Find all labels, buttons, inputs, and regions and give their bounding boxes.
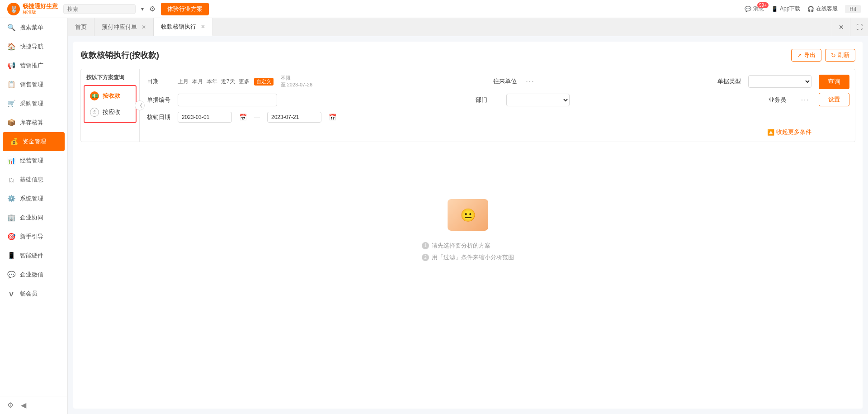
sidebar-item-finance[interactable]: 💰 资金管理: [3, 132, 65, 151]
shortcut-last-month[interactable]: 上月: [178, 78, 189, 86]
writeoff-start-date[interactable]: [178, 112, 232, 123]
search-icon: 🔍: [7, 24, 15, 32]
shortcut-this-year[interactable]: 本年: [207, 78, 217, 86]
sidebar-label-system: 系统管理: [20, 195, 43, 203]
refresh-icon: ↻: [831, 52, 836, 59]
sidebar-item-search[interactable]: 🔍 搜索菜单: [0, 18, 67, 37]
date-dash: —: [254, 114, 260, 121]
sidebar-label-operations: 经营管理: [20, 157, 43, 165]
sidebar-item-purchase[interactable]: 🛒 采购管理: [0, 94, 67, 113]
counterpart-dots[interactable]: ···: [524, 77, 536, 86]
tab-receipt[interactable]: 收款核销执行 ✕: [154, 18, 213, 36]
calendar-start-icon[interactable]: 📅: [239, 114, 247, 121]
sidebar-item-shortcuts[interactable]: 🏠 快捷导航: [0, 37, 67, 56]
sidebar-item-member[interactable]: V 畅会员: [0, 284, 67, 303]
close-tab-btn[interactable]: ✕: [832, 18, 850, 36]
collapse-sidebar-icon[interactable]: ◀: [21, 401, 26, 409]
doc-number-label: 单据编号: [147, 96, 170, 104]
doc-number-input[interactable]: [178, 94, 277, 106]
empty-state: 😐 1 请先选择要分析的方案 2 用「过滤」条件来缩小分析范围: [80, 149, 855, 300]
calendar-end-icon[interactable]: 📅: [329, 114, 336, 121]
industry-btn[interactable]: 体验行业方案: [161, 3, 209, 15]
sidebar-bottom: ⚙ ◀: [0, 396, 67, 414]
headset-icon: 🎧: [807, 6, 814, 12]
shortcut-more[interactable]: 更多: [239, 78, 250, 86]
app-download-btn[interactable]: 📱 App下载: [771, 5, 800, 13]
salesperson-dots[interactable]: ···: [799, 96, 811, 104]
query-btn[interactable]: 查询: [819, 75, 849, 89]
doc-type-select[interactable]: [748, 75, 811, 88]
sidebar-item-basics[interactable]: 🗂 基础信息: [0, 170, 67, 189]
finance-icon: 💰: [10, 138, 18, 146]
dropdown-arrow-icon[interactable]: ▾: [141, 6, 144, 12]
writeoff-end-date[interactable]: [267, 112, 321, 123]
app-name: 畅捷通好生意: [23, 3, 58, 10]
online-service-btn[interactable]: 🎧 在线客服: [807, 5, 838, 13]
gear-icon[interactable]: ⚙: [149, 5, 156, 13]
operations-icon: 📊: [7, 157, 15, 165]
sidebar-item-wechat[interactable]: 💬 企业微信: [0, 265, 67, 284]
sidebar-label-guide: 新手引导: [20, 233, 43, 241]
writeoff-date-label: 核销日期: [147, 113, 170, 121]
enterprise-icon: 🏢: [7, 214, 15, 222]
sales-icon: 📋: [7, 81, 15, 89]
page-content: 收款核销执行(按收款) ↗ 导出 ↻ 刷新: [68, 36, 868, 414]
filter-row-2: 单据编号 部门 业务员 ···: [147, 94, 811, 106]
sidebar-label-search: 搜索菜单: [20, 24, 43, 32]
page-title: 收款核销执行(按收款): [80, 50, 159, 61]
receipt-icon: 💵: [90, 91, 99, 100]
page-inner: 收款核销执行(按收款) ↗ 导出 ↻ 刷新: [73, 42, 863, 409]
export-btn[interactable]: ↗ 导出: [791, 49, 821, 62]
query-btn-area: 查询 设置: [819, 69, 855, 142]
collapse-more-label: 收起更多条件: [776, 128, 811, 136]
filter-sidebar: 按以下方案查询 💵 按收款 ⏱ 按应收 《: [81, 69, 140, 142]
counterpart-label: 往来单位: [493, 77, 517, 86]
tip-text-1: 请先选择要分析的方案: [432, 240, 491, 252]
sidebar-item-inventory[interactable]: 📦 库存核算: [0, 113, 67, 132]
search-input[interactable]: [63, 4, 136, 14]
tip-num-2: 2: [422, 254, 429, 261]
sidebar-label-enterprise: 企业协同: [20, 214, 43, 222]
rabbit-icon: 🐰: [7, 3, 20, 15]
expand-tab-btn[interactable]: ⛶: [850, 18, 868, 36]
filter-form-area: 日期 上月 本月 本年 近7天 更多 自定义: [140, 69, 855, 142]
shortcut-7days[interactable]: 近7天: [221, 78, 235, 86]
sidebar-item-guide[interactable]: 🎯 新手引导: [0, 227, 67, 246]
sidebar-item-sales[interactable]: 📋 销售管理: [0, 75, 67, 94]
settings-bottom-icon[interactable]: ⚙: [7, 401, 14, 409]
filter-sidebar-title: 按以下方案查询: [84, 74, 137, 85]
messages-badge: 99+: [757, 2, 769, 8]
tip-text-2: 用「过滤」条件来缩小分析范围: [432, 252, 514, 263]
tab-prepay-close[interactable]: ✕: [142, 24, 146, 30]
sidebar-label-member: 畅会员: [20, 290, 38, 298]
sidebar-label-finance: 资金管理: [23, 138, 46, 146]
purchase-icon: 🛒: [7, 100, 15, 108]
user-menu[interactable]: Rit: [845, 5, 861, 13]
sidebar-item-enterprise[interactable]: 🏢 企业协同: [0, 208, 67, 227]
system-icon: ⚙️: [7, 195, 15, 203]
sidebar-item-marketing[interactable]: 📢 营销推广: [0, 56, 67, 75]
sidebar-item-hardware[interactable]: 📱 智能硬件: [0, 246, 67, 265]
filter-collapse-btn[interactable]: 《: [135, 100, 145, 110]
refresh-btn[interactable]: ↻ 刷新: [825, 49, 855, 62]
sidebar-item-operations[interactable]: 📊 经营管理: [0, 151, 67, 170]
sidebar-label-purchase: 采购管理: [20, 100, 43, 108]
marketing-icon: 📢: [7, 62, 15, 70]
filter-by-receipt[interactable]: 💵 按收款: [85, 88, 136, 104]
messages-btn[interactable]: 💬 消息 99+: [745, 5, 764, 13]
sidebar: 🔍 搜索菜单 🏠 快捷导航 📢 营销推广 📋 销售管理 🛒 采购管理 📦 库存核…: [0, 18, 68, 414]
top-bar-right: 💬 消息 99+ 📱 App下载 🎧 在线客服 Rit: [745, 5, 861, 13]
sidebar-item-system[interactable]: ⚙️ 系统管理: [0, 189, 67, 208]
collapse-more-btn[interactable]: 🔼 收起更多条件: [147, 128, 811, 136]
empty-tip-row-1: 1 请先选择要分析的方案: [422, 240, 514, 252]
filter-area: 按以下方案查询 💵 按收款 ⏱ 按应收 《: [80, 69, 855, 142]
filter-by-receivable[interactable]: ⏱ 按应收: [85, 104, 136, 120]
shortcut-this-month[interactable]: 本月: [192, 78, 203, 86]
phone-icon: 📱: [771, 6, 778, 12]
tab-prepay[interactable]: 预付冲应付单 ✕: [94, 18, 154, 36]
tab-receipt-close[interactable]: ✕: [201, 24, 205, 30]
department-select[interactable]: [506, 94, 570, 106]
tab-home[interactable]: 首页: [68, 18, 94, 36]
settings-filter-btn[interactable]: 设置: [819, 93, 849, 106]
empty-illustration: 😐: [441, 186, 495, 231]
